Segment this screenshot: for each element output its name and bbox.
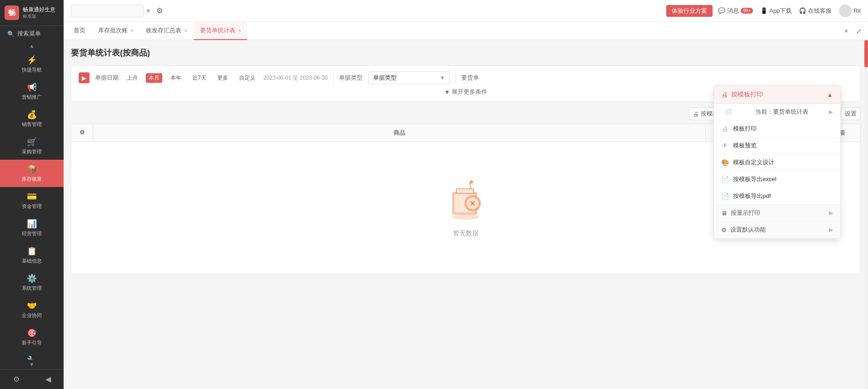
app-download-label: App下载 xyxy=(769,7,792,15)
sidebar-scroll-up[interactable]: ▲ xyxy=(0,41,64,51)
sidebar-item-appstore[interactable]: 🔧 应用中心 xyxy=(0,351,64,360)
headset-icon: 🎧 xyxy=(799,7,806,14)
user-name: Rit xyxy=(853,7,861,14)
marketing-icon: 📢 xyxy=(27,82,37,92)
order-type-label: 要货单 xyxy=(461,74,479,82)
th-settings[interactable]: ⚙ xyxy=(71,124,93,141)
enterprise-icon: 🤝 xyxy=(27,301,37,311)
dp-pdf-icon: 📄 xyxy=(721,192,728,200)
dp-current-selection[interactable]: 📄 当前：要货单统计表 ▶ xyxy=(714,104,840,121)
dp-file-icon: 📄 xyxy=(725,109,732,116)
dp-printer-icon: 🖨 xyxy=(721,125,728,132)
scrollbar-track[interactable] xyxy=(864,40,868,389)
dp-header[interactable]: 🖨 按模板打印 ▲ xyxy=(714,86,840,104)
sidebar-item-basic[interactable]: 📋 基础信息 xyxy=(0,242,64,269)
app-logo-icon: 畅 xyxy=(5,5,19,20)
tab-order-stats[interactable]: 要货单统计表 × xyxy=(194,22,247,40)
date-btn-last7days[interactable]: 近7天 xyxy=(190,73,209,83)
expand-icon: ▶ xyxy=(82,75,86,81)
filter-divider xyxy=(333,73,334,82)
svg-rect-8 xyxy=(457,189,473,193)
page-title: 要货单统计表(按商品) xyxy=(71,47,861,58)
sidebar-label-system: 系统管理 xyxy=(22,285,42,292)
dp-display-icon: 🖥 xyxy=(721,210,727,217)
date-btn-last-month[interactable]: 上月 xyxy=(124,73,140,83)
sidebar-search[interactable]: 🔍 搜索菜单 xyxy=(0,26,64,41)
topbar-search-input[interactable] xyxy=(71,5,144,17)
app-download-btn[interactable]: 📱 App下载 xyxy=(760,7,792,15)
empty-text: 暂无数据 xyxy=(453,229,479,237)
guide-icon: 🎯 xyxy=(27,328,37,338)
dp-design-icon: 🎨 xyxy=(721,159,728,166)
dp-header-left: 🖨 按模板打印 xyxy=(721,91,763,99)
dp-item-template-print[interactable]: 🖨 模板打印 xyxy=(714,121,840,137)
tab-order-stats-close[interactable]: × xyxy=(238,28,241,33)
tab-collection-summary-label: 收发存汇总表 xyxy=(146,26,181,35)
dp-item-template-preview[interactable]: 👁 模板预览 xyxy=(714,137,840,154)
topbar-chevron-icon[interactable]: ▼ xyxy=(145,8,151,14)
sidebar-item-inventory[interactable]: 📦 库存核算 xyxy=(0,160,64,187)
sidebar-item-marketing[interactable]: 📢 营销推广 xyxy=(0,78,64,105)
tab-collection-summary[interactable]: 收发存汇总表 × xyxy=(140,22,193,40)
date-btn-custom[interactable]: 自定义 xyxy=(236,73,258,83)
tab-home[interactable]: 首页 xyxy=(67,22,92,40)
app-name-block: 畅康通好生意 标准版 xyxy=(23,6,55,20)
sidebar-item-operation[interactable]: 📊 经营管理 xyxy=(0,214,64,242)
sidebar-label-operation: 经营管理 xyxy=(22,230,42,237)
messages-btn[interactable]: 💬 消息 99+ xyxy=(718,7,753,15)
doc-type-value: 单据类型 xyxy=(373,74,397,82)
tab-inventory-batch-close[interactable]: × xyxy=(130,28,133,33)
filter-expand-btn[interactable]: ▶ xyxy=(79,72,90,83)
sidebar-item-quick-nav[interactable]: ⚡ 快捷导航 xyxy=(0,51,64,78)
expand-more-btn[interactable]: ▼ 展开更多条件 xyxy=(444,88,488,96)
sidebar-scroll-down[interactable]: ▼ xyxy=(0,360,64,369)
topbar-gear-icon[interactable]: ⚙ xyxy=(156,6,163,15)
operation-icon: 📊 xyxy=(27,219,37,229)
expand-more-label: 展开更多条件 xyxy=(452,88,487,96)
user-avatar-area[interactable]: Rit xyxy=(839,5,861,17)
dp-default-icon: ⚙ xyxy=(721,227,727,233)
appstore-icon: 🔧 xyxy=(27,355,37,360)
sidebar-item-system[interactable]: ⚙️ 系统管理 xyxy=(0,269,64,296)
sidebar-item-purchase[interactable]: 🛒 采购管理 xyxy=(0,132,64,160)
sidebar-settings-btn[interactable]: ⚙ xyxy=(13,375,20,384)
dp-item-export-excel[interactable]: 📄 按模板导出excel xyxy=(714,171,840,188)
date-btn-more[interactable]: 更多 xyxy=(215,73,231,83)
window-close-btn[interactable]: × xyxy=(841,25,852,36)
trial-btn[interactable]: 体验行业方案 xyxy=(666,5,713,17)
sidebar-item-guide[interactable]: 🎯 新手引导 xyxy=(0,323,64,351)
sidebar-collapse-btn[interactable]: ◀ xyxy=(45,375,51,384)
dp-header-title: 按模板打印 xyxy=(731,91,763,99)
dp-item-export-pdf[interactable]: 📄 按模板导出pdf xyxy=(714,188,840,205)
sidebar-item-finance[interactable]: 💳 资金管理 xyxy=(0,187,64,214)
tab-home-label: 首页 xyxy=(74,26,85,35)
sidebar-label-guide: 新手引导 xyxy=(22,339,42,346)
tab-collection-summary-close[interactable]: × xyxy=(184,28,187,33)
dp-section-display-print[interactable]: 🖥 按显示打印 ▶ xyxy=(714,205,840,222)
dp-current-arrow-icon: ▶ xyxy=(829,109,833,115)
sidebar-label-basic: 基础信息 xyxy=(22,258,42,264)
dp-section-default-arrow-icon: ▶ xyxy=(829,227,833,233)
tab-inventory-batch[interactable]: 库存批次账 × xyxy=(92,22,140,40)
dp-section-set-default-left: ⚙ 设置默认功能 xyxy=(721,226,766,234)
doc-type-arrow-icon: ▼ xyxy=(439,75,445,81)
date-label: 单据日期 xyxy=(95,74,119,82)
doc-type-select[interactable]: 单据类型 ▼ xyxy=(368,71,450,84)
finance-icon: 💳 xyxy=(27,192,37,202)
close-icon: × xyxy=(844,27,848,35)
sidebar-item-enterprise[interactable]: 🤝 企业协同 xyxy=(0,296,64,323)
scrollbar-thumb[interactable] xyxy=(864,40,868,67)
app-download-icon: 📱 xyxy=(760,7,768,14)
date-btn-this-year[interactable]: 本年 xyxy=(168,73,184,83)
settings-btn[interactable]: 设置 xyxy=(841,107,861,120)
online-service-btn[interactable]: 🎧 在线客服 xyxy=(799,7,832,15)
date-btn-this-month[interactable]: 本月 xyxy=(146,73,162,83)
printer-icon: 🖨 xyxy=(693,111,699,117)
dp-item-template-custom[interactable]: 🎨 模板自定义设计 xyxy=(714,154,840,171)
dp-section-set-default[interactable]: ⚙ 设置默认功能 ▶ xyxy=(714,222,840,238)
window-maximize-btn[interactable]: ⤢ xyxy=(853,25,864,36)
th-product: 商品 xyxy=(93,124,706,141)
sidebar-logo: 畅 畅康通好生意 标准版 xyxy=(0,0,64,26)
dp-preview-icon: 👁 xyxy=(721,142,728,149)
sidebar-item-sales[interactable]: 💰 销售管理 xyxy=(0,105,64,132)
